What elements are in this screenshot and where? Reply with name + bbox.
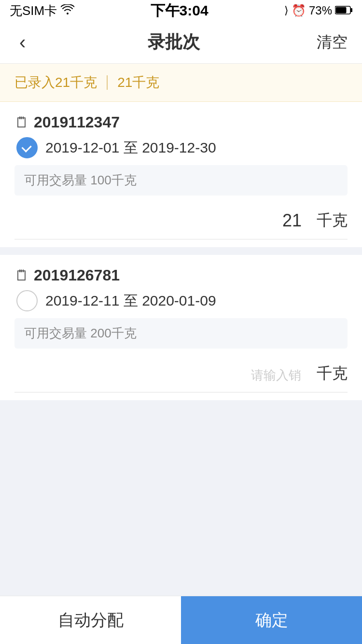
auto-distribute-button[interactable]: 自动分配	[0, 596, 181, 644]
batch-item-1: 🗒 2019112347 2019-12-01 至 2019-12-30	[0, 102, 362, 158]
batch-section-2: 🗒 2019126781 2019-12-11 至 2020-01-09 可用交…	[0, 255, 362, 400]
batch-date-row-2: 2019-12-11 至 2020-01-09	[14, 290, 348, 311]
batch-header-2: 🗒 2019126781	[14, 266, 348, 284]
batch-available-2: 可用交易量 200千克	[14, 318, 348, 349]
batch-available-1: 可用交易量 100千克	[14, 165, 348, 196]
info-divider	[107, 75, 108, 90]
confirm-button[interactable]: 确定	[181, 596, 362, 644]
quantity-input-1[interactable]	[251, 210, 309, 231]
batch-date-row-1: 2019-12-01 至 2019-12-30	[14, 137, 348, 158]
status-time: 下午3:04	[151, 1, 209, 21]
batch-header-1: 🗒 2019112347	[14, 113, 348, 131]
section-divider	[0, 247, 362, 255]
alarm-icon: ⏰	[292, 4, 306, 17]
bottom-area	[0, 400, 362, 593]
quantity-input-2[interactable]	[251, 364, 309, 384]
footer: 自动分配 确定	[0, 596, 362, 644]
info-label: 已录入21千克	[14, 73, 97, 92]
batch-id-2: 2019126781	[34, 266, 120, 284]
batch-quantity-row-2: 千克	[0, 355, 362, 392]
clear-button[interactable]: 清空	[317, 32, 348, 53]
status-right: ⟩ ⏰ 73%	[284, 4, 352, 17]
content-wrapper: 🗒 2019112347 2019-12-01 至 2019-12-30 可用交…	[0, 102, 362, 642]
batch-id-icon-2: 🗒	[14, 267, 29, 284]
nav-bar: ‹ 录批次 清空	[0, 21, 362, 64]
quantity-unit-2: 千克	[317, 363, 348, 384]
batch-quantity-row-1: 千克	[0, 202, 362, 239]
wifi-icon	[61, 3, 74, 18]
carrier-label: 无SIM卡	[10, 2, 57, 19]
status-bar: 无SIM卡 下午3:04 ⟩ ⏰ 73%	[0, 0, 362, 21]
batch-date-2: 2019-12-11 至 2020-01-09	[45, 291, 216, 311]
svg-rect-2	[335, 7, 346, 14]
status-left: 无SIM卡	[10, 2, 74, 19]
quantity-unit-1: 千克	[317, 210, 348, 231]
info-banner: 已录入21千克 21千克	[0, 64, 362, 102]
batch-radio-2[interactable]	[16, 290, 38, 311]
battery-icon	[335, 4, 352, 17]
batch-item-2: 🗒 2019126781 2019-12-11 至 2020-01-09	[0, 255, 362, 311]
batch-radio-1[interactable]	[16, 137, 38, 158]
batch-id-icon-1: 🗒	[14, 114, 29, 131]
batch-section-1: 🗒 2019112347 2019-12-01 至 2019-12-30 可用交…	[0, 102, 362, 247]
page-title: 录批次	[148, 30, 200, 54]
batch-id-1: 2019112347	[34, 113, 120, 131]
info-value: 21千克	[117, 73, 159, 92]
battery-label: 73%	[309, 4, 332, 17]
batch-date-1: 2019-12-01 至 2019-12-30	[45, 138, 216, 158]
back-button[interactable]: ‹	[14, 27, 30, 58]
location-icon: ⟩	[284, 4, 289, 17]
svg-rect-1	[350, 8, 352, 12]
